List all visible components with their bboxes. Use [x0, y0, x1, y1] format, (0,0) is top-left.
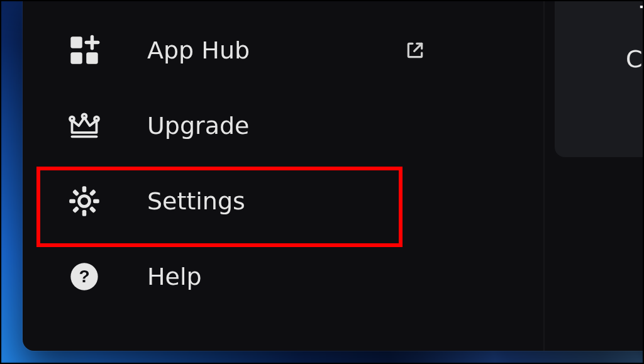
gear-icon — [65, 182, 103, 220]
sidebar-item-upgrade[interactable]: Upgrade — [34, 88, 452, 163]
svg-point-7 — [94, 117, 99, 121]
sidebar-item-help[interactable]: ? Help — [34, 239, 452, 314]
app-hub-icon — [65, 31, 103, 69]
app-window: App Hub Upgrade — [23, 0, 644, 351]
svg-rect-0 — [70, 36, 82, 48]
svg-rect-10 — [82, 210, 87, 216]
right-panel-card: T Che — [555, 0, 644, 157]
svg-point-5 — [70, 117, 74, 121]
sidebar-item-label: Help — [147, 263, 452, 290]
svg-rect-11 — [69, 199, 75, 204]
help-icon: ? — [65, 258, 103, 295]
svg-rect-16 — [89, 206, 96, 213]
svg-rect-9 — [82, 186, 87, 192]
svg-rect-2 — [86, 52, 97, 63]
svg-rect-15 — [72, 189, 79, 196]
crown-icon — [65, 107, 103, 145]
svg-rect-13 — [89, 189, 96, 196]
sidebar-item-label: Settings — [147, 187, 452, 215]
right-panel-line2: Che — [574, 45, 644, 73]
sidebar-item-settings[interactable]: Settings — [34, 163, 452, 239]
right-panel-line1: T — [574, 0, 644, 34]
svg-rect-12 — [93, 199, 99, 204]
sidebar-item-label: App Hub — [147, 36, 404, 64]
svg-rect-14 — [72, 206, 79, 213]
svg-rect-1 — [70, 52, 82, 63]
svg-point-6 — [82, 114, 87, 118]
sidebar-item-app-hub[interactable]: App Hub — [34, 13, 452, 88]
sidebar-item-label: Upgrade — [147, 112, 452, 140]
svg-text:?: ? — [79, 267, 89, 286]
external-link-icon — [404, 39, 426, 62]
sidebar: App Hub Upgrade — [23, 0, 463, 351]
vertical-divider — [543, 0, 545, 351]
